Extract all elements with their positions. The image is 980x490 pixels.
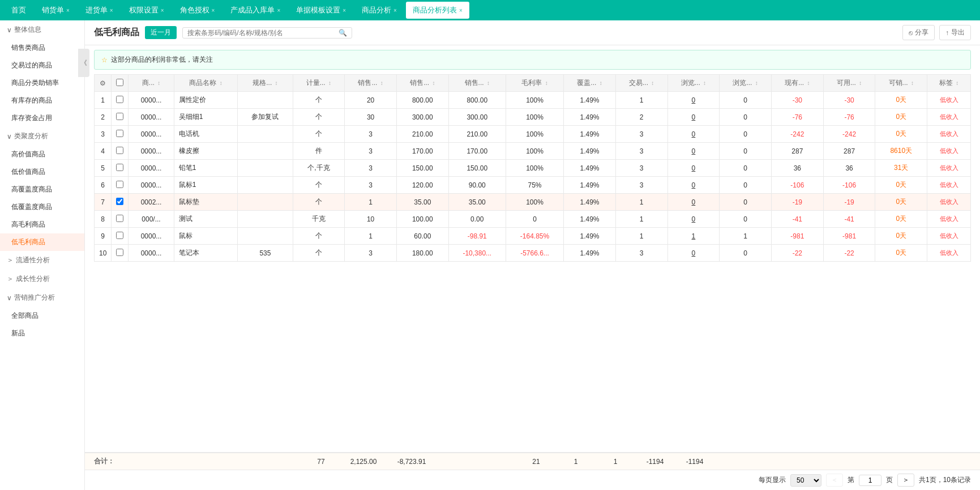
cell-view1[interactable]: 1 (667, 228, 720, 245)
cell-view1[interactable]: 0 (667, 245, 720, 262)
row-checkbox[interactable] (116, 96, 123, 103)
th-view2[interactable]: 浏览... ↕ (720, 75, 772, 92)
cell-check[interactable] (112, 211, 129, 228)
cell-check[interactable] (112, 109, 129, 126)
row-checkbox[interactable] (116, 249, 123, 256)
cell-view1[interactable]: 0 (667, 194, 720, 211)
th-tag[interactable]: 标签 ↕ (927, 75, 971, 92)
page-size-select[interactable]: 50 100 200 (790, 474, 821, 487)
nav-product-analysis-list[interactable]: 商品分析列表 × (406, 2, 469, 19)
th-sales1[interactable]: 销售... ↕ (345, 75, 397, 92)
search-input[interactable] (187, 29, 339, 37)
nav-product-analysis-close[interactable]: × (393, 7, 397, 14)
sidebar-item-new-products[interactable]: 新品 (0, 325, 84, 342)
th-stock3[interactable]: 可销... ↕ (875, 75, 927, 92)
nav-purchase-close[interactable]: × (110, 7, 113, 14)
page-input[interactable] (859, 475, 881, 486)
sidebar-section-growth[interactable]: ＞ 成长性分析 (0, 270, 84, 288)
th-margin[interactable]: 毛利率 ↕ (506, 75, 563, 92)
cell-check[interactable] (112, 245, 129, 262)
sidebar-item-high-margin[interactable]: 高毛利商品 (0, 216, 84, 233)
cell-view1[interactable]: 0 (667, 126, 720, 143)
table-row: 4 0000... 橡皮擦 件 3 170.00 170.00 100% 1.4… (95, 143, 971, 160)
th-code[interactable]: 商... ↕ (129, 75, 174, 92)
prev-page-button[interactable]: ＜ (826, 474, 843, 487)
row-checkbox[interactable] (116, 198, 123, 205)
th-view1[interactable]: 浏览... ↕ (667, 75, 720, 92)
next-page-button[interactable]: ＞ (897, 474, 914, 487)
sidebar-item-traded-products[interactable]: 交易过的商品 (0, 57, 84, 74)
cell-check[interactable] (112, 177, 129, 194)
th-name[interactable]: 商品名称 ↕ (174, 75, 238, 92)
cell-name: 橡皮擦 (174, 143, 238, 160)
nav-template[interactable]: 单据模板设置 × (289, 2, 353, 19)
nav-purchase[interactable]: 进货单 × (79, 2, 120, 19)
sidebar-section-overall[interactable]: ∨ 整体信息 (0, 20, 84, 39)
th-sales2[interactable]: 销售... ↕ (396, 75, 448, 92)
th-unit[interactable]: 计量... ↕ (293, 75, 345, 92)
row-checkbox[interactable] (116, 232, 123, 239)
th-check[interactable] (112, 75, 129, 92)
sidebar-section-marketing[interactable]: ∨ 营销推广分析 (0, 288, 84, 307)
nav-sales-close[interactable]: × (66, 7, 70, 14)
cell-coverage: 1.49% (564, 228, 616, 245)
nav-home[interactable]: 首页 (5, 2, 33, 19)
cell-view1[interactable]: 0 (667, 143, 720, 160)
cell-check[interactable] (112, 92, 129, 109)
sidebar-item-low-coverage[interactable]: 低覆盖度商品 (0, 198, 84, 216)
sidebar-item-high-value[interactable]: 高价值商品 (0, 146, 84, 163)
cell-stock1: -981 (771, 228, 823, 245)
select-all-checkbox[interactable] (116, 79, 123, 86)
th-trade[interactable]: 交易... ↕ (615, 75, 667, 92)
th-stock2[interactable]: 可用... ↕ (823, 75, 875, 92)
search-icon[interactable]: 🔍 (339, 29, 347, 37)
th-coverage[interactable]: 覆盖... ↕ (564, 75, 616, 92)
sidebar-section-cluster[interactable]: ∨ 类聚度分析 (0, 127, 84, 146)
row-checkbox[interactable] (116, 113, 123, 120)
cell-view1[interactable]: 0 (667, 211, 720, 228)
cell-check[interactable] (112, 143, 129, 160)
cell-check[interactable] (112, 126, 129, 143)
sidebar-item-category-rate[interactable]: 商品分类助销率 (0, 74, 84, 92)
nav-product-analysis[interactable]: 商品分析 × (355, 2, 404, 19)
sidebar-item-low-margin[interactable]: 低毛利商品 (0, 233, 84, 251)
row-checkbox[interactable] (116, 130, 123, 137)
cell-check[interactable] (112, 194, 129, 211)
nav-product-entry[interactable]: 产成品入库单 × (224, 2, 287, 19)
sidebar-collapse-button[interactable]: 《 (78, 49, 89, 77)
cell-check[interactable] (112, 228, 129, 245)
row-checkbox[interactable] (116, 181, 123, 188)
nav-permission-close[interactable]: × (161, 7, 164, 14)
cell-view1[interactable]: 0 (667, 92, 720, 109)
sidebar-section-flow[interactable]: ＞ 流通性分析 (0, 251, 84, 270)
cell-view1[interactable]: 0 (667, 177, 720, 194)
nav-product-entry-close[interactable]: × (277, 7, 280, 14)
sidebar-item-sales-products[interactable]: 销售类商品 (0, 39, 84, 57)
sidebar-item-all-products[interactable]: 全部商品 (0, 307, 84, 325)
cell-trade: 1 (615, 194, 667, 211)
sidebar-item-high-coverage[interactable]: 高覆盖度商品 (0, 181, 84, 198)
th-sales3[interactable]: 销售... ↕ (448, 75, 506, 92)
share-label: 分享 (915, 28, 928, 37)
sidebar-item-low-value[interactable]: 低价值商品 (0, 163, 84, 181)
nav-sales[interactable]: 销货单 × (35, 2, 76, 19)
cell-check[interactable] (112, 160, 129, 177)
nav-role[interactable]: 角色授权 × (173, 2, 222, 19)
th-spec[interactable]: 规格... ↕ (238, 75, 293, 92)
nav-role-close[interactable]: × (212, 7, 215, 14)
sidebar-item-stock-products[interactable]: 有库存的商品 (0, 92, 84, 109)
share-button[interactable]: ⎋ 分享 (902, 25, 935, 40)
export-button[interactable]: ↑ 导出 (939, 25, 971, 40)
row-checkbox[interactable] (116, 215, 123, 222)
nav-permission[interactable]: 权限设置 × (122, 2, 171, 19)
th-stock1[interactable]: 现有... ↕ (771, 75, 823, 92)
nav-template-close[interactable]: × (343, 7, 346, 14)
th-settings[interactable]: ⚙ (95, 75, 112, 92)
row-checkbox[interactable] (116, 147, 123, 154)
date-filter-button[interactable]: 近一月 (145, 26, 177, 39)
row-checkbox[interactable] (116, 164, 123, 171)
sidebar-item-stock-capital[interactable]: 库存资金占用 (0, 109, 84, 127)
cell-view1[interactable]: 0 (667, 109, 720, 126)
cell-view1[interactable]: 0 (667, 160, 720, 177)
nav-product-analysis-list-close[interactable]: × (459, 7, 463, 14)
